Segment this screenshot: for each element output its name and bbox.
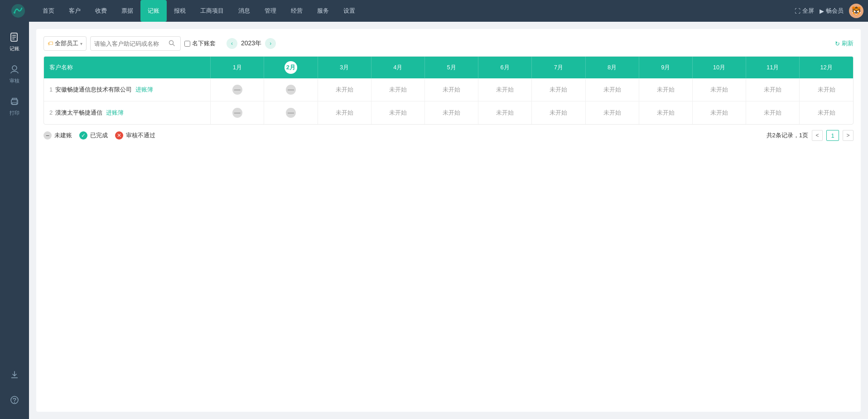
status-not-started: 未开始 — [336, 86, 353, 93]
status-not-started: 未开始 — [443, 86, 460, 93]
col-header-jun: 6月 — [478, 57, 532, 78]
logo-icon — [11, 4, 25, 18]
table-header-row: 客户名称 1月 2月 3月 4月 5月 6月 7月 8月 9月 10月 — [44, 57, 853, 78]
enter-ledger-link[interactable]: 进账簿 — [106, 109, 124, 116]
nav-message[interactable]: 消息 — [231, 0, 257, 22]
month-cell-11: 未开始 — [800, 78, 853, 101]
nav-operation[interactable]: 经营 — [284, 0, 310, 22]
col-header-aug: 8月 — [585, 57, 639, 78]
month-cell-4: 未开始 — [424, 78, 478, 101]
status-not-started: 未开始 — [603, 86, 621, 93]
legend-not-built-icon: – — [43, 131, 52, 140]
customer-name-cell: 2漠澳太平畅捷通信进账簿 — [44, 101, 211, 125]
status-not-started: 未开始 — [389, 109, 407, 116]
col-header-sep: 9月 — [639, 57, 692, 78]
status-not-started: 未开始 — [710, 86, 728, 93]
month-cell-0: — — [211, 101, 264, 125]
nav-tax[interactable]: 报税 — [167, 0, 193, 22]
prev-year-button[interactable]: ‹ — [227, 38, 237, 49]
month-cell-9: 未开始 — [692, 101, 746, 125]
audit-icon — [8, 63, 21, 76]
accounts-checkbox[interactable] — [184, 41, 190, 47]
ledger-icon — [8, 31, 21, 43]
nav-ledger[interactable]: 记账 — [140, 0, 167, 22]
nav-manage[interactable]: 管理 — [257, 0, 284, 22]
status-not-started: 未开始 — [764, 86, 781, 93]
col-header-name: 客户名称 — [44, 57, 211, 78]
table-row: 1安徽畅捷通信息技术有限公司进账簿——未开始未开始未开始未开始未开始未开始未开始… — [44, 78, 853, 101]
nav-service[interactable]: 服务 — [310, 0, 336, 22]
toolbar: 🏷 全部员工 ▾ 名下账套 ‹ 2023年 › — [43, 36, 854, 51]
sidebar-item-print[interactable]: 打印 — [0, 90, 29, 122]
vip-button[interactable]: ▶ 畅会员 — [820, 7, 844, 15]
svg-point-12 — [14, 402, 15, 403]
legend-not-built: – 未建账 — [43, 131, 72, 140]
employee-select-label: 全部员工 — [55, 39, 78, 48]
refresh-icon: ↻ — [835, 40, 840, 47]
legend-completed-icon: ✓ — [79, 131, 87, 140]
nav-invoice[interactable]: 票据 — [114, 0, 140, 22]
search-button[interactable] — [169, 40, 175, 48]
legend-rejected: ✕ 审核不通过 — [115, 131, 155, 140]
status-dash-icon: — — [286, 108, 296, 118]
table-footer: – 未建账 ✓ 已完成 ✕ 审核不通过 共2条记录，1页 < 1 — [43, 125, 854, 141]
legend-rejected-icon: ✕ — [115, 131, 123, 140]
next-year-button[interactable]: › — [265, 38, 276, 49]
month-cell-8: 未开始 — [639, 101, 692, 125]
status-not-started: 未开始 — [818, 86, 835, 93]
user-avatar[interactable]: 🐯 — [849, 4, 863, 18]
support-icon — [8, 394, 21, 406]
prev-page-button[interactable]: < — [812, 130, 823, 141]
data-table-wrapper: 客户名称 1月 2月 3月 4月 5月 6月 7月 8月 9月 10月 — [43, 56, 854, 125]
month-cell-2: 未开始 — [318, 78, 371, 101]
month-cell-4: 未开始 — [424, 101, 478, 125]
legend-completed: ✓ 已完成 — [79, 131, 108, 140]
content-area: 🏷 全部员工 ▾ 名下账套 ‹ 2023年 › — [29, 22, 868, 419]
nav-home[interactable]: 首页 — [35, 0, 62, 22]
year-navigation: ‹ 2023年 › — [227, 38, 276, 49]
top-navigation: 首页 客户 收费 票据 记账 报税 工商项目 消息 管理 经营 服务 设置 ⛶ … — [0, 0, 868, 22]
search-input[interactable] — [94, 40, 167, 47]
status-dash-icon: — — [286, 85, 296, 95]
sidebar-download[interactable] — [6, 363, 23, 386]
customer-name: 安徽畅捷通信息技术有限公司 — [55, 86, 132, 93]
employee-select[interactable]: 🏷 全部员工 ▾ — [43, 36, 87, 51]
month-cell-7: 未开始 — [585, 78, 639, 101]
month-cell-11: 未开始 — [800, 101, 853, 125]
status-not-started: 未开始 — [710, 109, 728, 116]
status-not-started: 未开始 — [818, 109, 835, 116]
month-cell-9: 未开始 — [692, 78, 746, 101]
status-not-started: 未开始 — [389, 86, 407, 93]
current-page-indicator: 1 — [826, 130, 839, 141]
download-icon — [8, 368, 21, 381]
nav-settings[interactable]: 设置 — [336, 0, 362, 22]
sidebar-support[interactable] — [6, 388, 23, 412]
month-cell-5: 未开始 — [478, 78, 532, 101]
status-not-started: 未开始 — [496, 86, 514, 93]
col-header-feb: 2月 — [264, 57, 318, 78]
customer-name: 漠澳太平畅捷通信 — [55, 109, 102, 116]
status-not-started: 未开始 — [550, 86, 567, 93]
svg-point-1 — [14, 12, 15, 14]
refresh-button[interactable]: ↻ 刷新 — [835, 39, 854, 48]
next-page-button[interactable]: > — [843, 130, 854, 141]
status-dash-icon: — — [232, 108, 242, 118]
fullscreen-button[interactable]: ⛶ 全屏 — [795, 7, 814, 15]
status-not-started: 未开始 — [443, 109, 460, 116]
enter-ledger-link[interactable]: 进账簿 — [135, 86, 153, 93]
table-scroll[interactable]: 客户名称 1月 2月 3月 4月 5月 6月 7月 8月 9月 10月 — [44, 57, 853, 124]
col-header-may: 5月 — [424, 57, 478, 78]
month-cell-3: 未开始 — [371, 101, 424, 125]
sidebar-item-ledger[interactable]: 记账 — [0, 25, 29, 58]
nav-customer[interactable]: 客户 — [62, 0, 88, 22]
svg-point-6 — [12, 66, 17, 70]
checkbox-accounts[interactable]: 名下账套 — [184, 39, 216, 48]
sidebar-item-audit[interactable]: 审核 — [0, 58, 29, 90]
table-body: 1安徽畅捷通信息技术有限公司进账簿——未开始未开始未开始未开始未开始未开始未开始… — [44, 78, 853, 124]
col-header-oct: 10月 — [692, 57, 746, 78]
nav-business[interactable]: 工商项目 — [193, 0, 231, 22]
year-display: 2023年 — [241, 39, 261, 48]
status-dash-icon: — — [232, 85, 242, 95]
col-header-apr: 4月 — [371, 57, 424, 78]
nav-billing[interactable]: 收费 — [88, 0, 114, 22]
